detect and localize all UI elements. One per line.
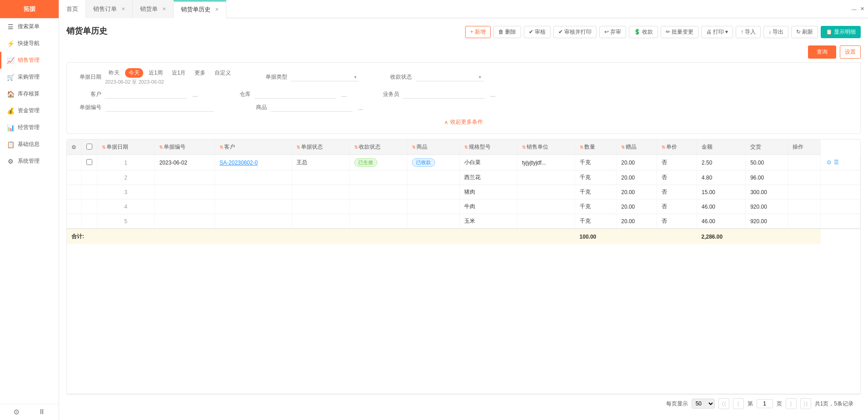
settings-bottom-icon[interactable]: ⚙ xyxy=(13,408,20,416)
page-size-select[interactable]: 50 10 20 100 xyxy=(692,399,715,409)
show-detail-button[interactable]: 📋 显示明细 xyxy=(821,26,861,38)
sidebar-item-system-mgmt[interactable]: ⚙ 系统管理 xyxy=(0,153,59,170)
total-info: 共1页，5条记录 xyxy=(815,400,853,408)
date-btn-last1m[interactable]: 近1月 xyxy=(168,68,190,78)
date-btn-last7[interactable]: 近1周 xyxy=(145,68,166,78)
tab-sales-delivery[interactable]: 销货单 ✕ xyxy=(133,0,174,18)
warehouse-dots[interactable]: ... xyxy=(341,91,347,98)
goods-input[interactable] xyxy=(271,103,352,112)
sidebar-item-label: 采购管理 xyxy=(18,73,40,81)
goods-dots[interactable]: ... xyxy=(358,104,363,111)
prev-page-button[interactable]: ⟨ xyxy=(733,398,744,409)
abandon-button[interactable]: ↩ 弃审 xyxy=(599,26,626,38)
row-transaction xyxy=(788,200,820,214)
audit-print-button[interactable]: ✔ 审核并打印 xyxy=(553,26,597,38)
filter-row-1: 单据日期 昨天 今天 近1周 近1月 更多 自定义 2023-06-02 至 2… xyxy=(74,68,853,85)
col-collect-status[interactable]: ⇅收款状态 xyxy=(349,140,407,155)
row-doc-date xyxy=(155,200,215,214)
col-doc-status[interactable]: ⇅单据状态 xyxy=(291,140,349,155)
sidebar-logo: 拓据 xyxy=(0,0,59,18)
tab-sales-history-close[interactable]: ✕ xyxy=(215,7,219,12)
row-actions xyxy=(821,185,860,200)
collect-status-select[interactable] xyxy=(416,73,484,81)
customer-input[interactable] xyxy=(105,90,187,99)
collapse-button[interactable]: ∧ 收起更多条件 xyxy=(74,116,853,128)
row-goods: 玉米 xyxy=(460,214,517,229)
row-select-checkbox[interactable] xyxy=(86,159,92,165)
row-checkbox xyxy=(81,214,97,229)
row-num: 1 xyxy=(97,155,155,170)
tab-sales-order-close[interactable]: ✕ xyxy=(121,6,125,11)
row-collect-status xyxy=(407,170,460,185)
tab-sales-delivery-close[interactable]: ✕ xyxy=(162,6,166,11)
date-btn-more[interactable]: 更多 xyxy=(191,68,209,78)
col-customer[interactable]: ⇅客户 xyxy=(215,140,291,155)
sidebar-item-sales-mgmt[interactable]: 📈 销售管理 xyxy=(0,52,59,69)
col-quantity[interactable]: ⇅数量 xyxy=(575,140,617,155)
page-container: 销货单历史 + 新增 🗑 删除 ✔ 审核 ✔ 审核并打印 xyxy=(59,18,868,420)
sidebar-item-operations-mgmt[interactable]: 📊 经营管理 xyxy=(0,119,59,136)
tab-sales-history[interactable]: 销货单历史 ✕ xyxy=(174,0,226,19)
date-btn-today[interactable]: 今天 xyxy=(125,68,143,78)
row-checkbox xyxy=(81,200,97,214)
first-page-button[interactable]: ⟨⟨ xyxy=(718,398,729,409)
staff-input[interactable] xyxy=(403,90,485,99)
sidebar-item-finance-mgmt[interactable]: 💰 资金管理 xyxy=(0,102,59,119)
delete-button[interactable]: 🗑 删除 xyxy=(493,26,521,38)
warehouse-input[interactable] xyxy=(254,90,336,99)
row-quantity: 20.00 xyxy=(617,185,657,200)
window-minimize-icon[interactable]: — xyxy=(852,6,857,12)
doc-no-link[interactable]: SA-20230602-0 xyxy=(220,160,258,166)
select-all-checkbox[interactable] xyxy=(86,144,92,150)
next-page-button[interactable]: ⟩ xyxy=(786,398,797,409)
col-spec[interactable]: ⇅规格型号 xyxy=(460,140,517,155)
sidebar-item-label: 快捷导航 xyxy=(18,40,40,47)
settings-button[interactable]: 设置 xyxy=(840,45,861,59)
pause-icon[interactable]: ⏸ xyxy=(38,408,45,416)
tab-sales-order-label: 销售订单 xyxy=(93,5,117,13)
refresh-button[interactable]: ↻ 刷新 xyxy=(791,26,818,38)
export-button[interactable]: ↓ 导出 xyxy=(763,26,788,38)
date-btn-custom[interactable]: 自定义 xyxy=(211,68,235,78)
row-amount: 96.00 xyxy=(746,170,788,185)
sidebar-item-basic-info[interactable]: 📋 基础信息 xyxy=(0,136,59,153)
col-goods[interactable]: ⇅商品 xyxy=(407,140,460,155)
collect-button[interactable]: 💲 收款 xyxy=(629,26,658,38)
doc-type-select[interactable] xyxy=(291,73,359,81)
sidebar-item-inventory-calc[interactable]: 🏠 库存核算 xyxy=(0,85,59,102)
sidebar-item-purchase-mgmt[interactable]: 🛒 采购管理 xyxy=(0,69,59,85)
date-btn-yesterday[interactable]: 昨天 xyxy=(105,68,123,78)
print-button[interactable]: 🖨 打印 ▾ xyxy=(701,26,733,38)
summary-label: 合计: xyxy=(67,229,97,244)
view-action[interactable]: ⊙ xyxy=(827,159,831,165)
add-button[interactable]: + 新增 xyxy=(465,26,491,38)
tab-sales-order[interactable]: 销售订单 ✕ xyxy=(86,0,133,18)
last-page-button[interactable]: ⟩⟩ xyxy=(800,398,811,409)
import-icon: ↑ xyxy=(741,29,743,35)
row-settings xyxy=(67,170,81,185)
import-button[interactable]: ↑ 导入 xyxy=(736,26,761,38)
sidebar-item-search-menu[interactable]: ☰ 搜索菜单 xyxy=(0,18,59,35)
doc-no-input[interactable] xyxy=(105,103,214,112)
window-close-icon[interactable]: ✕ xyxy=(860,6,864,12)
query-button[interactable]: 查询 xyxy=(808,45,836,59)
batch-change-button[interactable]: ✏ 批量变更 xyxy=(661,26,698,38)
row-gift: 否 xyxy=(657,155,697,170)
row-doc-status xyxy=(349,185,407,200)
col-sales-unit[interactable]: ⇅销售单位 xyxy=(517,140,575,155)
tab-home[interactable]: 首页 xyxy=(59,0,86,18)
col-doc-no[interactable]: ⇅单据编号 xyxy=(155,140,215,155)
col-gift[interactable]: ⇅赠品 xyxy=(617,140,657,155)
page-number-input[interactable] xyxy=(757,399,773,408)
col-settings[interactable]: ⚙ xyxy=(67,140,81,155)
staff-dots[interactable]: ... xyxy=(490,91,496,98)
summary-end xyxy=(746,229,821,244)
audit-button[interactable]: ✔ 审核 xyxy=(524,26,551,38)
sales-mgmt-icon: 📈 xyxy=(7,57,14,64)
table-row: 4 牛肉 千克 20.00 否 46.00 920.00 xyxy=(67,200,860,214)
sidebar-item-quick-nav[interactable]: ⚡ 快捷导航 xyxy=(0,35,59,52)
col-doc-date[interactable]: ⇅单据日期 xyxy=(97,140,155,155)
more-action[interactable]: ☰ xyxy=(834,159,839,165)
col-unit-price[interactable]: ⇅单价 xyxy=(657,140,697,155)
customer-dots[interactable]: ... xyxy=(192,91,198,98)
